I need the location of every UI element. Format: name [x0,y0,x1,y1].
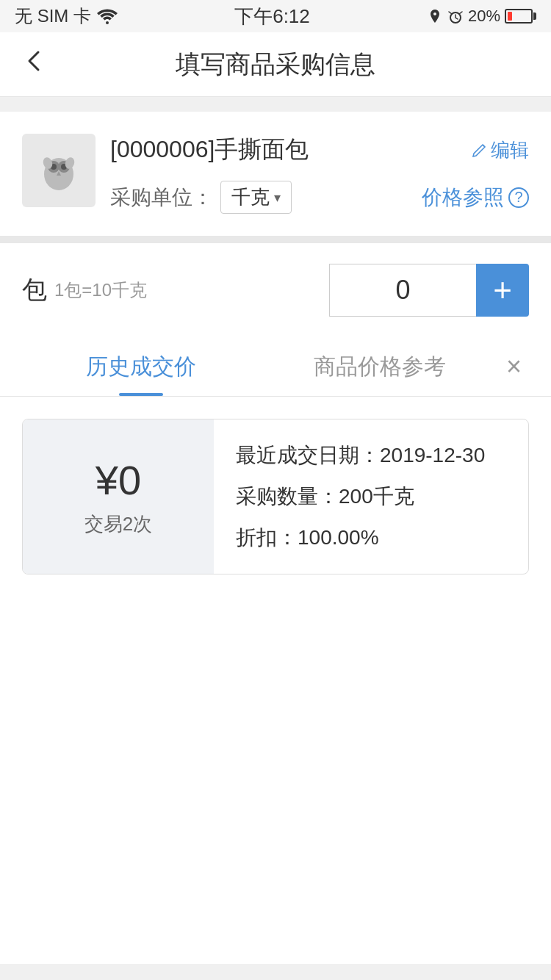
product-info-area: [0000006]手撕面包 编辑 采购单位： 千克 ▾ [0,112,551,236]
status-time: 下午6:12 [234,4,310,29]
discount-row: 折扣：100.00% [236,524,506,552]
svg-point-0 [106,21,109,24]
quantity-plus-button[interactable]: + [476,264,529,317]
tab-product-price-reference[interactable]: 商品价格参考 [260,337,498,396]
card-price-summary: ¥0 交易2次 [23,419,214,574]
tab-history-price[interactable]: 历史成交价 [22,337,260,396]
product-logo-icon [33,145,84,196]
product-header-row: [0000006]手撕面包 编辑 [110,134,529,166]
tabs-panel: 历史成交价 商品价格参考 × ¥0 交易2次 最近成交日期：2019-12-30… [0,337,551,597]
product-row: [0000006]手撕面包 编辑 采购单位： 千克 ▾ [22,134,529,214]
quantity-input[interactable] [329,264,476,317]
tabs-header: 历史成交价 商品价格参考 × [0,337,551,397]
location-icon [427,8,443,24]
quantity-area: 包 1包=10千克 + [0,243,551,337]
page-header: 填写商品采购信息 [0,32,551,97]
battery-percent: 20% [468,7,500,26]
status-carrier: 无 SIM 卡 [15,4,118,28]
status-bar: 无 SIM 卡 下午6:12 20% [0,0,551,32]
edit-button[interactable]: 编辑 [472,137,529,163]
help-icon: ? [508,187,529,208]
purchase-quantity-row: 采购数量：200千克 [236,483,506,511]
unit-select-dropdown[interactable]: 千克 ▾ [220,181,292,214]
product-image [22,134,96,207]
product-details: [0000006]手撕面包 编辑 采购单位： 千克 ▾ [110,134,529,214]
quantity-input-group: + [329,264,529,317]
recent-date-row: 最近成交日期：2019-12-30 [236,442,506,469]
unit-row: 采购单位： 千克 ▾ 价格参照 ? [110,181,529,214]
price-value: ¥0 [96,456,141,504]
back-button[interactable] [15,39,53,90]
package-label: 包 [22,273,47,307]
battery-icon [505,9,536,24]
history-price-card-area: ¥0 交易2次 最近成交日期：2019-12-30 采购数量：200千克 折扣：… [0,397,551,597]
page-title: 填写商品采购信息 [176,48,375,82]
quantity-label-group: 包 1包=10千克 [22,273,147,307]
unit-left: 采购单位： 千克 ▾ [110,181,292,214]
conversion-label: 1包=10千克 [54,278,147,302]
card-price-details: 最近成交日期：2019-12-30 采购数量：200千克 折扣：100.00% [214,419,528,574]
edit-icon [472,142,488,158]
price-card: ¥0 交易2次 最近成交日期：2019-12-30 采购数量：200千克 折扣：… [22,419,529,574]
section-divider [0,236,551,243]
product-name: [0000006]手撕面包 [110,134,309,166]
wifi-icon [97,8,118,24]
page-rest [0,597,551,964]
status-icons: 20% [427,7,536,26]
price-reference-button[interactable]: 价格参照 ? [422,184,529,212]
dropdown-arrow-icon: ▾ [274,190,281,206]
tab-close-button[interactable]: × [499,344,529,389]
trade-count: 交易2次 [84,511,152,537]
alarm-icon [447,8,464,24]
